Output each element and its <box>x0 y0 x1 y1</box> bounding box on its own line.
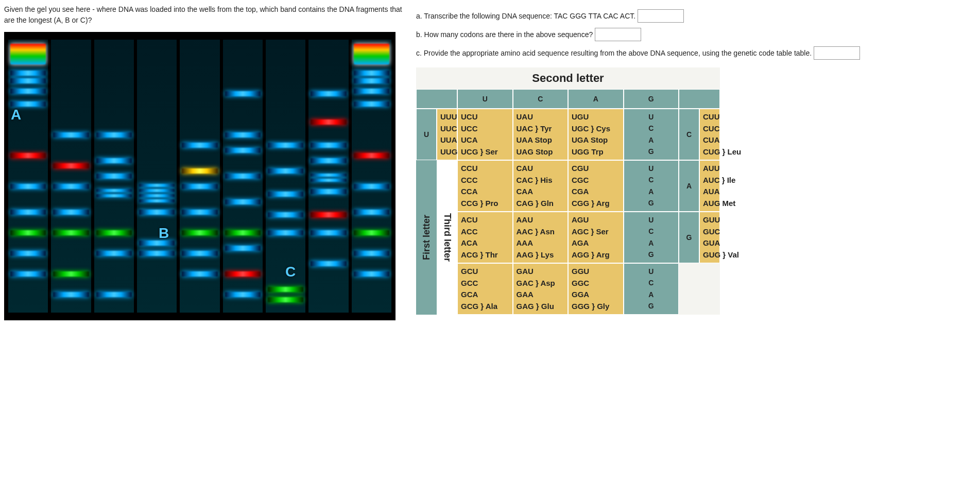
col-a: A <box>568 89 624 109</box>
table-title: Second letter <box>416 67 720 89</box>
row-g: G <box>679 212 699 263</box>
cell-cc: CCU CCC CCA CCG } Pro <box>457 160 513 212</box>
cell-gg: GGU GGC GGA GGG } Gly <box>568 263 624 315</box>
label-c: C <box>285 264 296 280</box>
col-u: U <box>457 89 513 109</box>
answer-b-input[interactable] <box>595 28 641 41</box>
cell-cg: CGU CGC CGA CGG } Arg <box>568 160 624 212</box>
third-u: UCAG <box>624 109 679 160</box>
col-g: G <box>624 89 679 109</box>
cell-uu: UUU UUC } Phe UUA UUG } Leu <box>437 109 457 160</box>
genetic-code-table: Second letter U C A G First letter U UUU… <box>416 67 720 315</box>
first-letter-label: First letter <box>416 160 437 315</box>
cell-ca: CAU CAC } His CAA CAG } Gln <box>513 160 569 212</box>
cell-ug: UGU UGC } Cys UGA Stop UGG Trp <box>568 109 624 160</box>
gel-question: Given the gel you see here - where DNA w… <box>4 4 406 26</box>
question-b: b. How many codons are there in the abov… <box>416 30 593 39</box>
cell-gc: GCU GCC GCA GCG } Ala <box>457 263 513 315</box>
gel-image: A <box>4 32 396 320</box>
label-a: A <box>11 107 21 123</box>
cell-ga: GAU GAC } Asp GAA GAG } Glu <box>513 263 569 315</box>
row-c: C <box>679 109 699 160</box>
cell-cu: CUU CUC CUA CUG } Leu <box>699 109 720 160</box>
label-b: B <box>159 225 169 242</box>
answer-a-input[interactable] <box>638 9 684 23</box>
row-u: U <box>416 109 437 160</box>
cell-ac: ACU ACC ACA ACG } Thr <box>457 212 513 263</box>
cell-ua: UAU UAC } Tyr UAA Stop UAG Stop <box>513 109 569 160</box>
third-c: UCAG <box>624 160 679 212</box>
cell-au: AUU AUC } Ile AUA AUG Met <box>699 160 720 212</box>
question-c: c. Provide the appropriate amino acid se… <box>416 49 812 57</box>
row-a: A <box>679 160 699 212</box>
cell-uc: UCU UCC UCA UCG } Ser <box>457 109 513 160</box>
answer-c-input[interactable] <box>814 46 860 60</box>
third-g: UCAG <box>624 263 679 315</box>
cell-gu: GUU GUC GUA GUG } Val <box>699 212 720 263</box>
col-c: C <box>513 89 569 109</box>
question-a: a. Transcribe the following DNA sequence… <box>416 12 635 20</box>
cell-aa: AAU AAC } Asn AAA AAG } Lys <box>513 212 569 263</box>
third-letter-label: Third letter <box>437 160 457 315</box>
third-a: UCAG <box>624 212 679 263</box>
cell-ag: AGU AGC } Ser AGA AGG } Arg <box>568 212 624 263</box>
